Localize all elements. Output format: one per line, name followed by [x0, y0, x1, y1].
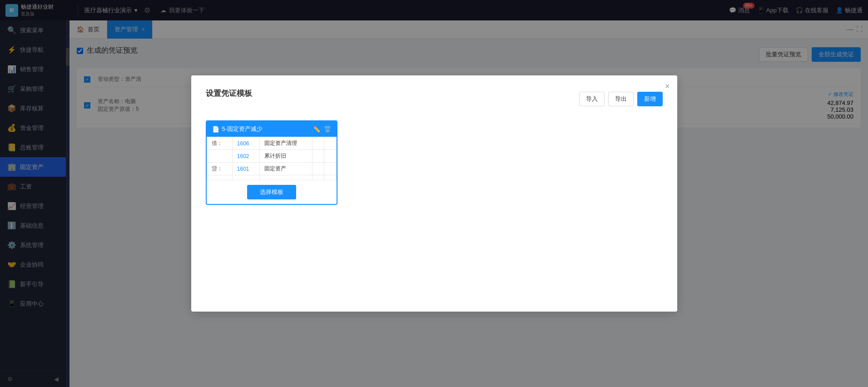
new-template-btn[interactable]: 新增: [637, 92, 663, 106]
modal-close-btn[interactable]: ×: [665, 82, 670, 91]
template-entries-table: 借： 1606 固定资产清理 1602 累计折旧: [207, 137, 337, 180]
export-btn[interactable]: 导出: [608, 92, 634, 106]
template-entry-row: 贷： 1601 固定资产: [207, 163, 336, 175]
template-card-header: 📄 5-固定资产减少 ✏️ 🗑️: [207, 121, 337, 137]
modal-title: 设置凭证模板: [206, 88, 252, 99]
template-entry-row: 1602 累计折旧: [207, 150, 336, 163]
template-grid: 📄 5-固定资产减少 ✏️ 🗑️ 借： 1606: [206, 120, 663, 205]
delete-icon[interactable]: 🗑️: [324, 126, 331, 133]
template-entry-empty: [207, 175, 336, 180]
template-doc-icon: 📄: [212, 126, 219, 133]
edit-icon[interactable]: ✏️: [313, 126, 320, 133]
template-card-body: 借： 1606 固定资产清理 1602 累计折旧: [207, 137, 337, 180]
select-template-btn[interactable]: 选择模板: [247, 185, 296, 199]
modal-header: 设置凭证模板 导入 导出 新增: [206, 88, 663, 109]
template-card: 📄 5-固定资产减少 ✏️ 🗑️ 借： 1606: [206, 120, 337, 205]
template-card-footer: 选择模板: [207, 180, 337, 204]
modal-overlay[interactable]: × 设置凭证模板 导入 导出 新增 📄 5-固定资产减少 ✏️ 🗑️: [0, 0, 868, 387]
modal-dialog: × 设置凭证模板 导入 导出 新增 📄 5-固定资产减少 ✏️ 🗑️: [191, 75, 677, 312]
import-btn[interactable]: 导入: [579, 92, 605, 106]
modal-actions: 导入 导出 新增: [579, 92, 663, 106]
template-entry-row: 借： 1606 固定资产清理: [207, 137, 336, 150]
template-header-actions: ✏️ 🗑️: [313, 126, 331, 133]
